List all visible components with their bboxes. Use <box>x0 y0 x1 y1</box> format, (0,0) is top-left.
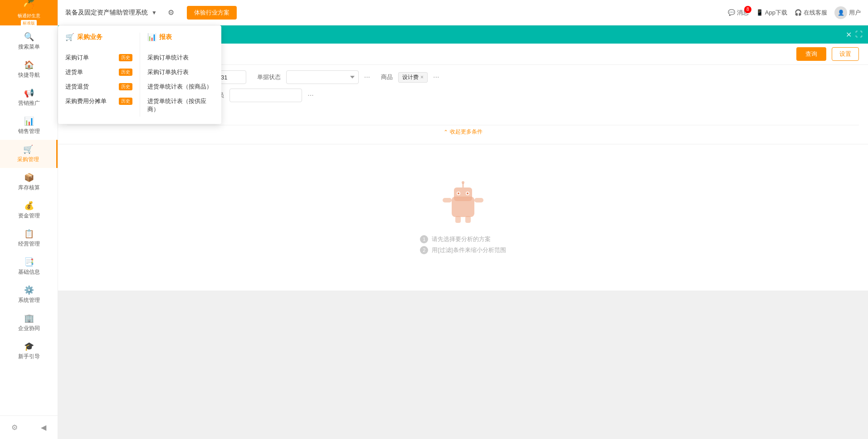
stock-in-by-supplier-item[interactable]: 进货单统计表（按供应商） <box>147 94 215 117</box>
sidebar-label-finance: 资金管理 <box>18 212 40 220</box>
product-tag-close[interactable]: × <box>420 74 424 80</box>
sales-icon: 📊 <box>24 116 34 126</box>
product-label: 商品 <box>381 73 393 81</box>
tab-close-all-btn[interactable]: ✕ <box>846 30 852 39</box>
stock-in-item[interactable]: 进货单 历史 <box>65 65 132 79</box>
svg-point-5 <box>467 192 468 194</box>
finance-icon: 💰 <box>24 201 34 211</box>
user-label: 用户 <box>849 9 861 17</box>
app-download-btn[interactable]: 📱 App下载 <box>756 9 787 17</box>
stock-in-label: 进货单 <box>65 68 83 76</box>
stock-return-label: 进货退货 <box>65 83 89 91</box>
user-btn[interactable]: 👤 用户 <box>834 6 861 19</box>
sidebar-item-marketing[interactable]: 📢 营销推广 <box>0 84 58 112</box>
sidebar-item-inventory[interactable]: 📦 库存核算 <box>0 168 58 196</box>
stock-in-by-supplier-label: 进货单统计表（按供应商） <box>147 97 215 113</box>
svg-rect-10 <box>455 216 461 223</box>
stock-in-by-product-item[interactable]: 进货单统计表（按商品） <box>147 79 215 94</box>
salesperson-input[interactable] <box>229 89 302 102</box>
collapse-label: 收起更多条件 <box>450 128 483 136</box>
doc-status-dots: ··· <box>364 73 370 81</box>
basic-info-icon: 📑 <box>24 257 34 267</box>
avatar: 👤 <box>834 6 847 19</box>
sidebar-item-quick-nav[interactable]: 🏠 快捷导航 <box>0 55 58 84</box>
sidebar-item-search[interactable]: 🔍 搜索菜单 <box>0 27 58 55</box>
marketing-icon: 📢 <box>24 88 34 98</box>
svg-rect-8 <box>443 198 452 202</box>
collapse-icon: ⌃ <box>444 129 448 135</box>
hint-2-icon: 2 <box>420 246 428 254</box>
svg-rect-9 <box>474 198 483 202</box>
search-icon: 🔍 <box>24 32 34 42</box>
service-btn[interactable]: 🎧 在线客服 <box>795 9 827 17</box>
sidebar-collapse-btn[interactable]: ◀ <box>37 421 50 434</box>
stock-return-history: 历史 <box>119 83 132 90</box>
purchase-order-item[interactable]: 采购订单 历史 <box>65 50 132 65</box>
header-bar: 装备及固定资产辅助管理系统 ▼ ⚙ 体验行业方案 💬 消息 8 📱 App下载 … <box>58 0 868 25</box>
dropdown-cols: 🛒 采购业务 采购订单 历史 进货单 历史 进货退货 历史 采购费用分摊单 历史 <box>58 33 221 117</box>
sidebar-label-marketing: 营销推广 <box>18 99 40 107</box>
sidebar-label-basic-info: 基础信息 <box>18 268 40 276</box>
message-btn[interactable]: 💬 消息 8 <box>728 9 749 17</box>
purchase-col-title: 采购业务 <box>77 33 102 41</box>
svg-rect-11 <box>465 216 471 223</box>
sidebar-label-purchase: 采购管理 <box>17 156 39 163</box>
header-settings-icon[interactable]: ⚙ <box>164 6 178 20</box>
settings-btn[interactable]: 设置 <box>832 47 859 61</box>
collapse-btn[interactable]: ⌃ 收起更多条件 <box>67 125 859 138</box>
system-dropdown-btn[interactable]: ▼ <box>151 10 157 16</box>
phone-icon: 📱 <box>756 9 763 16</box>
header-right: 💬 消息 8 📱 App下载 🎧 在线客服 👤 用户 <box>728 6 861 19</box>
product-tag: 设计费 × <box>398 72 428 83</box>
hint-1-text: 请先选择要分析的方案 <box>432 235 491 243</box>
doc-status-label: 单据状态 <box>257 73 281 81</box>
sidebar-label-inventory: 库存核算 <box>18 184 40 192</box>
sidebar-item-guide[interactable]: 🎓 新手引导 <box>0 337 58 365</box>
empty-illustration <box>440 181 486 226</box>
message-icon: 💬 <box>728 9 735 16</box>
service-icon: 🎧 <box>795 9 802 16</box>
inventory-icon: 📦 <box>24 173 34 183</box>
logo-icon: 🍊 <box>22 0 36 12</box>
system-icon: ⚙️ <box>24 285 34 295</box>
po-exec-item[interactable]: 采购订单执行表 <box>147 65 215 79</box>
purchase-expense-item[interactable]: 采购费用分摊单 历史 <box>65 94 132 109</box>
app-label: App下载 <box>765 9 787 17</box>
sidebar-item-sales[interactable]: 📊 销售管理 <box>0 112 58 140</box>
report-col-icon: 📊 <box>147 33 156 41</box>
sidebar-settings-btn[interactable]: ⚙ <box>8 421 21 434</box>
purchase-order-history: 历史 <box>119 54 132 61</box>
system-name: 装备及固定资产辅助管理系统 ▼ ⚙ 体验行业方案 <box>65 6 728 20</box>
stock-in-history: 历史 <box>119 69 132 76</box>
logo-title: 畅通好生意 <box>18 13 40 19</box>
system-name-text: 装备及固定资产辅助管理系统 <box>65 9 148 17</box>
purchase-expense-label: 采购费用分摊单 <box>65 97 107 105</box>
message-badge: 8 <box>744 6 751 13</box>
sidebar-item-enterprise[interactable]: 🏢 企业协同 <box>0 309 58 337</box>
purchase-dropdown-menu: 🛒 采购业务 采购订单 历史 进货单 历史 进货退货 历史 采购费用分摊单 历史 <box>58 25 221 124</box>
query-btn[interactable]: 查询 <box>796 47 826 61</box>
sidebar-item-operation[interactable]: 📋 经营管理 <box>0 224 58 252</box>
stock-return-item[interactable]: 进货退货 历史 <box>65 79 132 94</box>
empty-hints: 1 请先选择要分析的方案 2 用[过滤]条件来缩小分析范围 <box>420 235 506 254</box>
sidebar-item-purchase[interactable]: 🛒 采购管理 <box>0 140 58 168</box>
doc-status-select[interactable] <box>286 70 359 84</box>
sidebar-item-finance[interactable]: 💰 资金管理 <box>0 196 58 224</box>
sidebar-logo: 🍊 畅通好生意 标准版 <box>0 0 58 25</box>
tab-fullscreen-btn[interactable]: ⛶ <box>855 30 863 39</box>
hint-1-icon: 1 <box>420 235 428 243</box>
sidebar-label-operation: 经营管理 <box>18 240 40 248</box>
svg-point-4 <box>458 192 459 194</box>
svg-point-7 <box>462 181 464 184</box>
product-dots: ··· <box>433 73 439 81</box>
report-col-header: 📊 报表 <box>147 33 215 45</box>
home-icon: 🏠 <box>24 60 34 70</box>
guide-icon: 🎓 <box>24 341 34 351</box>
sidebar-label-sales: 销售管理 <box>18 128 40 135</box>
sidebar-item-system[interactable]: ⚙️ 系统管理 <box>0 281 58 309</box>
po-stats-item[interactable]: 采购订单统计表 <box>147 50 215 65</box>
stock-in-by-product-label: 进货单统计表（按商品） <box>147 83 212 91</box>
po-stats-label: 采购订单统计表 <box>147 54 189 62</box>
industry-btn[interactable]: 体验行业方案 <box>187 6 237 20</box>
sidebar-item-basic-info[interactable]: 📑 基础信息 <box>0 252 58 281</box>
